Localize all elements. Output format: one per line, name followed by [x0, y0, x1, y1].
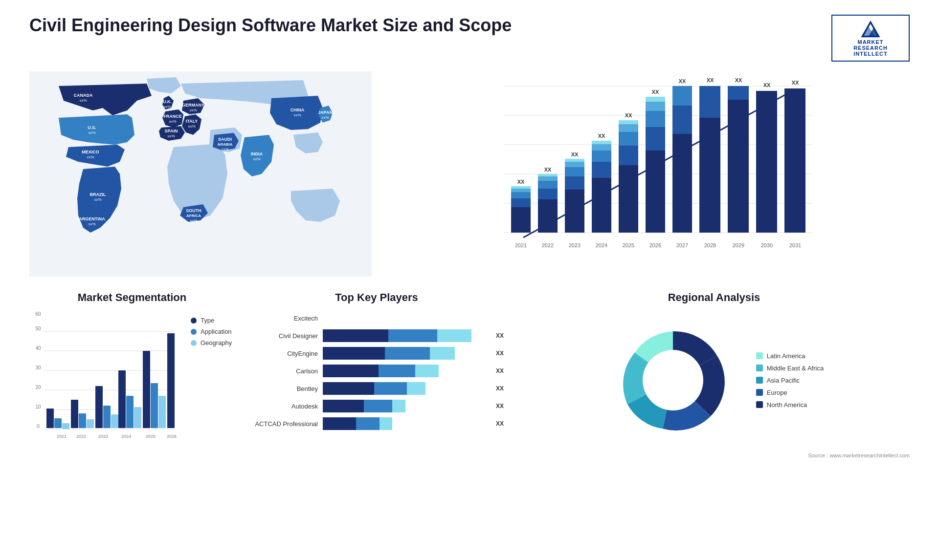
svg-rect-136: [158, 396, 166, 428]
svg-rect-99: [756, 91, 777, 233]
svg-rect-61: [565, 162, 584, 167]
svg-text:XX: XX: [763, 82, 771, 88]
svg-text:XX: XX: [544, 167, 552, 172]
player-row-city: CityEngine XX: [249, 347, 504, 360]
logo-icon: [858, 20, 883, 39]
regional-title: Regional Analysis: [518, 291, 910, 304]
bar-chart-wrapper: XX 2021 XX 2022 XX: [391, 71, 910, 277]
svg-text:xx%: xx%: [293, 113, 301, 117]
svg-rect-48: [511, 186, 531, 189]
svg-rect-74: [619, 132, 638, 146]
legend-label-application: Application: [201, 328, 232, 335]
legend-item-geography: Geography: [191, 339, 232, 346]
svg-text:XX: XX: [792, 80, 799, 86]
svg-text:XX: XX: [598, 133, 605, 139]
legend-item-type: Type: [191, 317, 232, 324]
seg-chart-svg: 0 10 20 30 40 50 60: [29, 312, 181, 449]
legend-item-namerica: North America: [756, 401, 824, 409]
legend-label-namerica: North America: [767, 401, 807, 409]
svg-text:2027: 2027: [676, 242, 688, 248]
legend-item-europe: Europe: [756, 389, 824, 396]
svg-text:SOUTH: SOUTH: [186, 208, 201, 213]
svg-rect-138: [167, 333, 175, 428]
seg-chart-wrapper: 0 10 20 30 40 50 60: [29, 312, 235, 449]
svg-rect-119: [54, 418, 62, 428]
player-name-actcad: ACTCAD Professional: [249, 420, 318, 428]
svg-rect-73: [619, 146, 638, 165]
svg-rect-92: [699, 86, 720, 118]
player-name-civil: Civil Designer: [249, 332, 318, 340]
player-row-autodesk: Autodesk XX: [249, 400, 504, 412]
logo-line3: INTELLECT: [853, 51, 888, 57]
svg-text:xx%: xx%: [87, 155, 94, 159]
legend-color-latin: [756, 352, 763, 359]
legend-label-latin: Latin America: [767, 352, 805, 360]
legend-color-mea: [756, 365, 763, 371]
svg-text:30: 30: [35, 365, 41, 370]
segment-section: Market Segmentation 0 10 20 30 40 50 60: [29, 291, 235, 458]
player-xx-autodesk: XX: [496, 400, 504, 412]
players-section: Top Key Players Excitech Civil Designer: [249, 291, 504, 458]
legend-item-latin: Latin America: [756, 352, 824, 360]
svg-text:CHINA: CHINA: [291, 108, 305, 112]
legend-label-type: Type: [201, 317, 214, 324]
svg-text:0: 0: [37, 424, 40, 429]
svg-text:XX: XX: [571, 151, 579, 157]
svg-rect-72: [619, 165, 638, 233]
svg-text:XX: XX: [707, 77, 714, 83]
svg-rect-46: [511, 192, 531, 198]
svg-rect-95: [728, 100, 749, 233]
svg-text:2028: 2028: [704, 242, 716, 248]
map-section: CANADA xx% U.S. xx% MEXICO xx% BRAZIL xx…: [29, 71, 372, 277]
player-name-bentley: Bentley: [249, 385, 318, 392]
player-xx-bentley: XX: [496, 382, 504, 395]
player-row-carlson: Carlson XX: [249, 365, 504, 377]
svg-text:xx%: xx%: [163, 105, 171, 109]
svg-rect-91: [699, 118, 720, 233]
svg-text:2023: 2023: [98, 434, 108, 439]
page-title: Civil Engineering Design Software Market…: [29, 15, 512, 36]
svg-text:2021: 2021: [57, 434, 67, 439]
legend-color-namerica: [756, 401, 763, 408]
source-line: Source : www.marketresearchintellect.com: [518, 452, 910, 458]
svg-rect-67: [592, 151, 611, 162]
svg-rect-76: [619, 120, 638, 124]
player-xx-actcad: XX: [496, 417, 504, 430]
player-bar-actcad: [323, 417, 488, 430]
player-bar-autodesk: [323, 400, 488, 412]
legend-item-mea: Middle East & Africa: [756, 365, 824, 372]
svg-text:2022: 2022: [76, 434, 86, 439]
svg-rect-44: [511, 207, 531, 233]
svg-text:2021: 2021: [515, 242, 527, 248]
svg-text:20: 20: [35, 385, 41, 390]
svg-rect-87: [672, 106, 692, 134]
svg-rect-88: [672, 86, 692, 106]
legend-label-mea: Middle East & Africa: [767, 365, 824, 372]
map-svg: CANADA xx% U.S. xx% MEXICO xx% BRAZIL xx…: [29, 71, 372, 277]
legend-item-apac: Asia Pacific: [756, 377, 824, 384]
svg-rect-58: [565, 190, 584, 233]
svg-text:AFRICA: AFRICA: [186, 214, 201, 218]
svg-rect-127: [103, 406, 111, 428]
svg-text:GERMANY: GERMANY: [182, 103, 204, 108]
svg-text:2024: 2024: [121, 434, 131, 439]
svg-rect-65: [592, 178, 611, 233]
svg-rect-82: [646, 102, 665, 111]
svg-rect-54: [538, 176, 558, 181]
svg-rect-118: [46, 409, 54, 428]
svg-text:U.S.: U.S.: [88, 125, 96, 130]
svg-text:xx%: xx%: [94, 197, 101, 202]
svg-rect-60: [565, 167, 584, 176]
regional-section: Regional Analysis: [518, 291, 910, 458]
player-xx-city: XX: [496, 347, 504, 360]
svg-point-140: [643, 350, 703, 410]
bottom-row: Market Segmentation 0 10 20 30 40 50 60: [29, 291, 910, 458]
legend-color-europe: [756, 389, 763, 396]
svg-text:xx%: xx%: [253, 157, 260, 161]
player-name-excitech: Excitech: [249, 315, 318, 322]
player-name-city: CityEngine: [249, 350, 318, 357]
svg-rect-135: [151, 383, 158, 428]
svg-rect-122: [71, 400, 78, 428]
segmentation-title: Market Segmentation: [29, 291, 235, 304]
donut-svg: [604, 312, 741, 449]
